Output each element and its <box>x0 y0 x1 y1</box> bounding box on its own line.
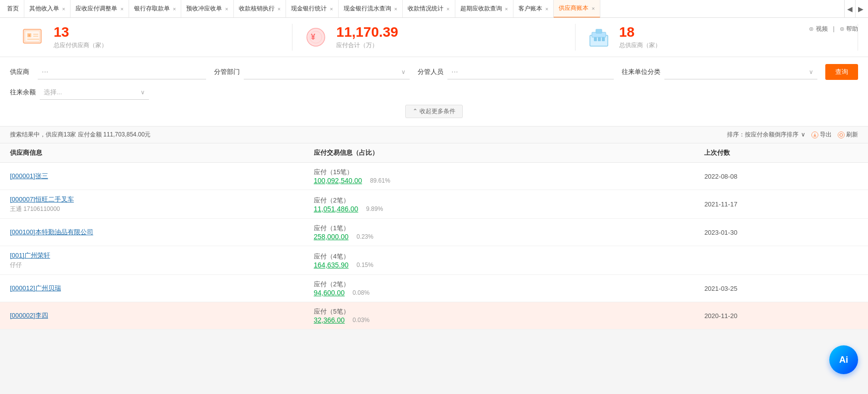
notes-count-text: 应付（2笔） <box>314 196 685 205</box>
video-link[interactable]: ⊙ 视频 <box>809 25 827 33</box>
supplier-dots-icon: ··· <box>42 67 48 76</box>
amount-value[interactable]: 11,051,486.00 <box>314 205 359 213</box>
supplier-info-cell: [001]广州荣轩仔仔 <box>0 246 304 275</box>
nav-tab-bank[interactable]: 银行存取款单 × <box>129 0 181 18</box>
nav-left-arrow[interactable]: ◀ <box>844 0 855 18</box>
close-supplierbook-icon[interactable]: × <box>591 5 594 11</box>
dept-label: 分管部门 <box>214 67 240 76</box>
svg-text:¥: ¥ <box>311 33 315 41</box>
supplier-link[interactable]: [000100]本特勤油品有限公司 <box>10 228 93 236</box>
supplier-link[interactable]: [000012]广州贝瑞 <box>10 284 61 292</box>
payable-total-icon: ¥ <box>302 24 329 51</box>
transaction-info-cell: 应付（1笔）258,000.000.23% <box>304 219 695 246</box>
nav-tab-cashstat-label: 现金银行统计 <box>291 4 327 13</box>
person-input[interactable]: ··· <box>447 65 614 79</box>
notes-count-text: 应付（2笔） <box>314 280 685 289</box>
dept-input[interactable]: ∨ <box>244 65 410 79</box>
sort-label-text: 排序：按应付余额倒序排序 <box>727 131 798 138</box>
supplier-link[interactable]: [000007]恒旺二手叉车 <box>10 196 74 203</box>
query-button[interactable]: 查询 <box>825 64 858 80</box>
amount-value[interactable]: 258,000.00 <box>314 233 349 241</box>
close-overdue-icon[interactable]: × <box>505 6 508 12</box>
supplier-info-cell: [000007]恒旺二手叉车王通 17106110000 <box>0 190 304 219</box>
supplier-link[interactable]: [000002]李四 <box>10 312 48 319</box>
nav-tab-adjust[interactable]: 应收应付调整单 × <box>71 0 129 18</box>
close-recstat-icon[interactable]: × <box>446 6 449 12</box>
refresh-label: 刷新 <box>846 131 858 139</box>
supplier-input[interactable]: ··· <box>38 65 206 79</box>
svg-rect-13 <box>598 37 601 41</box>
table-row: [000100]本特勤油品有限公司应付（1笔）258,000.000.23%20… <box>0 219 868 246</box>
amount-value[interactable]: 94,600.00 <box>314 289 345 297</box>
last-pay-cell <box>694 246 868 275</box>
supplier-filter: 供应商 ··· <box>10 65 206 79</box>
nav-tab-cashflow-label: 现金银行流水查询 <box>344 4 391 13</box>
filter-row-1: 供应商 ··· 分管部门 ∨ 分管人员 ··· 往来单位分类 ∨ 查询 <box>10 64 858 80</box>
sort-arrow-icon[interactable]: ∨ <box>801 131 805 138</box>
help-link[interactable]: ⊙ 帮助 <box>840 25 858 33</box>
nav-tab-verify-label: 收款核销执行 <box>239 4 275 13</box>
nav-tab-presell-label: 预收冲应收单 <box>186 4 222 13</box>
nav-tab-overdue-label: 超期应收款查询 <box>460 4 502 13</box>
transaction-info-cell: 应付（2笔）94,600.000.08% <box>304 275 695 302</box>
table-header-row: 供应商信息 应付交易信息（占比） 上次付数 <box>0 143 868 163</box>
export-label: 导出 <box>820 131 832 139</box>
close-bank-icon[interactable]: × <box>173 6 176 12</box>
last-pay-cell: 2022-08-08 <box>694 163 868 190</box>
close-adjust-icon[interactable]: × <box>120 6 123 12</box>
nav-tab-custbook[interactable]: 客户账本 × <box>513 0 554 18</box>
svg-text:¥: ¥ <box>28 34 30 37</box>
payable-total-number: 11,170.39 <box>336 25 398 40</box>
supplier-sub-text: 王通 17106110000 <box>10 205 294 213</box>
close-verify-icon[interactable]: × <box>278 6 281 12</box>
collapse-button[interactable]: ⌃ 收起更多条件 <box>405 105 462 118</box>
close-cashflow-icon[interactable]: × <box>394 6 397 12</box>
nav-tab-overdue[interactable]: 超期应收款查询 × <box>455 0 513 18</box>
col-header-lastpay: 上次付数 <box>694 143 868 163</box>
balance-filter: 往来余额 选择... ∨ <box>10 85 149 100</box>
link-separator: ｜ <box>831 25 837 33</box>
top-navigation: 首页 其他收入单 × 应收应付调整单 × 银行存取款单 × 预收冲应收单 × 收… <box>0 0 868 18</box>
nav-tab-home[interactable]: 首页 <box>2 0 24 18</box>
nav-tab-presell[interactable]: 预收冲应收单 × <box>181 0 233 18</box>
export-button[interactable]: 导出 <box>811 131 832 139</box>
last-pay-date: 2020-11-20 <box>704 312 737 320</box>
nav-tab-income[interactable]: 其他收入单 × <box>24 0 71 18</box>
nav-tab-recstat[interactable]: 收款情况统计 × <box>403 0 455 18</box>
refresh-button[interactable]: 刷新 <box>838 131 858 139</box>
amount-value[interactable]: 100,092,540.00 <box>314 177 362 185</box>
person-dots-icon: ··· <box>451 67 458 76</box>
nav-tab-verify[interactable]: 收款核销执行 × <box>234 0 286 18</box>
transaction-info-cell: 应付（4笔）164,635.900.15% <box>304 246 695 275</box>
amount-value[interactable]: 32,366.00 <box>314 316 345 324</box>
last-pay-date: 2022-08-08 <box>704 173 737 180</box>
stat-block-payable-suppliers: ¥ 13 总应付供应商（家） <box>10 24 292 51</box>
category-input[interactable]: ∨ <box>664 65 818 79</box>
supplier-link[interactable]: [001]广州荣轩 <box>10 252 50 259</box>
stat-block-payable-total: ¥ 11,170.39 应付合计（万） <box>292 24 575 51</box>
category-label: 往来单位分类 <box>622 67 660 76</box>
nav-tab-supplierbook-label: 供应商账本 <box>559 4 588 12</box>
nav-tab-cashflow[interactable]: 现金银行流水查询 × <box>339 0 403 18</box>
supplier-sub-text: 仔仔 <box>10 261 294 269</box>
close-cashstat-icon[interactable]: × <box>330 6 333 12</box>
nav-tab-supplierbook[interactable]: 供应商账本 × <box>554 0 600 18</box>
close-presell-icon[interactable]: × <box>225 6 228 12</box>
stat-text-payable-total: 11,170.39 应付合计（万） <box>336 25 398 50</box>
dept-chevron-icon: ∨ <box>401 68 406 75</box>
pct-text: 9.89% <box>366 205 383 212</box>
supplier-table: 供应商信息 应付交易信息（占比） 上次付数 [000001]张三应付（15笔）1… <box>0 143 868 329</box>
pct-text: 0.08% <box>353 289 369 296</box>
payable-suppliers-label: 总应付供应商（家） <box>54 41 107 50</box>
col-header-transaction: 应付交易信息（占比） <box>304 143 695 163</box>
nav-right-arrow[interactable]: ▶ <box>855 0 866 18</box>
result-actions: 排序：按应付余额倒序排序 ∨ 导出 刷新 <box>727 131 858 139</box>
close-income-icon[interactable]: × <box>62 6 65 12</box>
pct-text: 0.23% <box>357 233 373 240</box>
supplier-label: 供应商 <box>10 67 34 76</box>
nav-tab-cashstat[interactable]: 现金银行统计 × <box>286 0 338 18</box>
amount-value[interactable]: 164,635.90 <box>314 261 349 269</box>
close-custbook-icon[interactable]: × <box>545 6 548 12</box>
supplier-link[interactable]: [000001]张三 <box>10 172 48 180</box>
balance-input[interactable]: 选择... ∨ <box>40 85 149 100</box>
